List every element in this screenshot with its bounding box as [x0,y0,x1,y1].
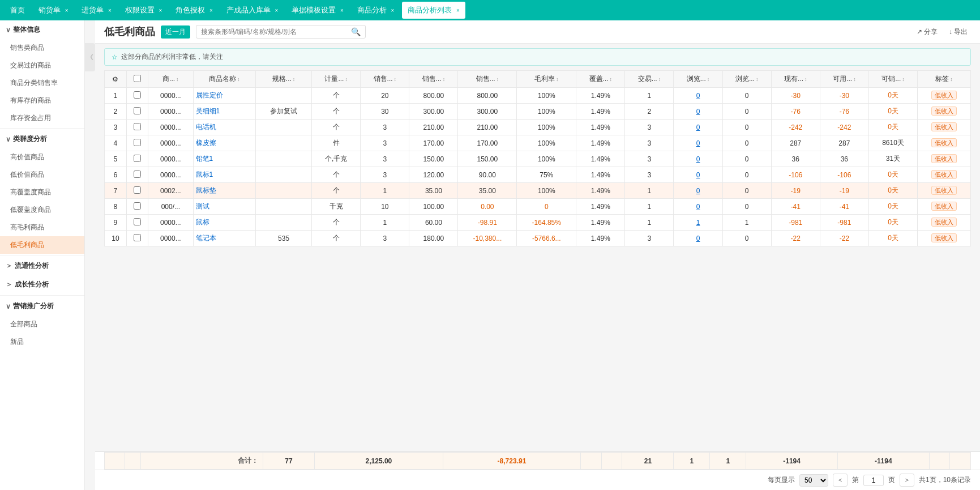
nav-product-analysis-list[interactable]: 商品分析列表 × [402,2,465,19]
cell-view1-4[interactable]: 0 [674,151,722,167]
sidebar-item-traded-products[interactable]: 交易过的商品 [0,57,84,74]
col-coverage-header[interactable]: 覆盖...↕ [576,71,625,88]
col-current-stock-header[interactable]: 现有...↕ [771,71,820,88]
cell-name-1[interactable]: 吴细细1 [193,104,255,120]
cell-view1-5[interactable]: 0 [674,167,722,183]
sidebar-item-high-margin[interactable]: 高毛利商品 [0,219,84,236]
sidebar-item-category-sales-rate[interactable]: 商品分类销售率 [0,74,84,92]
col-view2-header[interactable]: 浏览...↕ [722,71,771,88]
sidebar-group-cluster[interactable]: ∨ 类群度分析 [0,130,84,148]
cell-name-0[interactable]: 属性定价 [193,88,255,104]
cell-checkbox-4[interactable] [126,151,148,167]
sidebar-item-low-coverage[interactable]: 低覆盖度商品 [0,201,84,219]
cell-name-4[interactable]: 铅笔1 [193,151,255,167]
sidebar-group-flow[interactable]: ＞ 流通性分析 [0,257,84,275]
nav-sales-order[interactable]: 销货单 × [33,2,74,19]
row-checkbox-3[interactable] [134,139,141,146]
sidebar-item-low-value[interactable]: 低价值商品 [0,166,84,184]
sidebar-item-in-stock[interactable]: 有库存的商品 [0,92,84,109]
cell-name-7[interactable]: 测试 [193,199,255,215]
page-number-input[interactable] [863,475,884,486]
col-name-header[interactable]: 商品名称↕ [193,71,255,88]
table-wrapper[interactable]: ⚙ 商...↕ 商品名称↕ 规格...↕ 计量...↕ 销售...↕ 销售...… [95,70,980,451]
export-button[interactable]: ↓ 导出 [945,25,971,39]
sidebar-item-high-value[interactable]: 高价值商品 [0,148,84,166]
col-sale-amount-header[interactable]: 销售...↕ [409,71,458,88]
col-spec-header[interactable]: 规格...↕ [256,71,312,88]
row-checkbox-2[interactable] [134,123,141,130]
cell-view1-6[interactable]: 0 [674,183,722,199]
cell-checkbox-6[interactable] [126,183,148,199]
col-settings[interactable]: ⚙ [105,71,127,88]
filter-period-button[interactable]: 近一月 [161,25,190,39]
nav-close-sales-order[interactable]: × [65,7,69,14]
sidebar-item-high-coverage[interactable]: 高覆盖度商品 [0,184,84,201]
cell-checkbox-0[interactable] [126,88,148,104]
nav-role-auth[interactable]: 角色授权 × [170,2,218,19]
nav-home[interactable]: 首页 [5,2,31,19]
col-tag-header[interactable]: 标签↕ [918,71,971,88]
cell-view1-0[interactable]: 0 [674,88,722,104]
cell-view1-7[interactable]: 0 [674,199,722,215]
settings-icon[interactable]: ⚙ [112,75,118,83]
row-checkbox-0[interactable] [134,91,141,99]
cell-name-9[interactable]: 笔记本 [193,231,255,246]
cell-checkbox-5[interactable] [126,167,148,183]
next-page-button[interactable]: ＞ [900,474,914,487]
sidebar-item-sales-products[interactable]: 销售类商品 [0,39,84,57]
cell-name-3[interactable]: 橡皮擦 [193,135,255,151]
sidebar-group-growth[interactable]: ＞ 成长性分析 [0,275,84,294]
row-checkbox-9[interactable] [134,234,141,241]
sidebar-group-overall[interactable]: ∨ 整体信息 [0,20,84,39]
select-all-checkbox[interactable] [134,75,141,82]
cell-checkbox-1[interactable] [126,104,148,120]
cell-view1-1[interactable]: 0 [674,104,722,120]
nav-product-analysis[interactable]: 商品分析 × [352,2,400,19]
nav-permission[interactable]: 权限设置 × [119,2,168,19]
cell-name-2[interactable]: 电话机 [193,120,255,135]
sidebar-item-low-margin[interactable]: 低毛利商品 [0,236,84,254]
nav-close-purchase-order[interactable]: × [108,7,112,14]
nav-close-product-analysis-list[interactable]: × [456,7,460,14]
row-checkbox-6[interactable] [134,186,141,194]
cell-view1-2[interactable]: 0 [674,120,722,135]
search-icon[interactable]: 🔍 [351,27,361,36]
cell-checkbox-2[interactable] [126,120,148,135]
col-transaction-header[interactable]: 交易...↕ [625,71,674,88]
nav-close-permission[interactable]: × [159,7,162,14]
cell-checkbox-3[interactable] [126,135,148,151]
sidebar-item-all-products[interactable]: 全部商品 [0,316,84,333]
sidebar-item-inventory-capital[interactable]: 库存资金占用 [0,109,84,127]
nav-close-template[interactable]: × [340,7,344,14]
row-checkbox-7[interactable] [134,202,141,210]
row-checkbox-4[interactable] [134,155,141,162]
col-sale-count-header[interactable]: 销售...↕ [361,71,409,88]
share-button[interactable]: ↗ 分享 [913,25,941,39]
col-gross-margin-header[interactable]: 毛利率↕ [517,71,576,88]
col-sale-profit-header[interactable]: 销售...↕ [458,71,517,88]
nav-product-entry[interactable]: 产成品入库单 × [221,2,284,19]
col-saleable-header[interactable]: 可销...↕ [868,71,917,88]
cell-checkbox-7[interactable] [126,199,148,215]
nav-close-product-analysis[interactable]: × [391,7,394,14]
cell-view1-3[interactable]: 0 [674,135,722,151]
col-view1-header[interactable]: 浏览...↕ [674,71,722,88]
sidebar-item-new-products[interactable]: 新品 [0,333,84,351]
cell-view1-9[interactable]: 0 [674,231,722,246]
nav-close-role-auth[interactable]: × [209,7,213,14]
col-code-header[interactable]: 商...↕ [148,71,193,88]
col-checkbox-header[interactable] [126,71,148,88]
cell-view1-8[interactable]: 1 [674,215,722,231]
cell-name-5[interactable]: 鼠标1 [193,167,255,183]
row-checkbox-5[interactable] [134,171,141,178]
cell-checkbox-9[interactable] [126,231,148,246]
cell-checkbox-8[interactable] [126,215,148,231]
nav-purchase-order[interactable]: 进货单 × [76,2,117,19]
nav-template-settings[interactable]: 单据模板设置 × [286,2,349,19]
sidebar-group-marketing[interactable]: ∨ 营销推广分析 [0,297,84,316]
col-unit-header[interactable]: 计量...↕ [312,71,361,88]
row-checkbox-8[interactable] [134,218,141,225]
sidebar-collapse-button[interactable]: 《 [85,43,95,71]
cell-name-8[interactable]: 鼠标 [193,215,255,231]
prev-page-button[interactable]: ＜ [833,474,848,487]
